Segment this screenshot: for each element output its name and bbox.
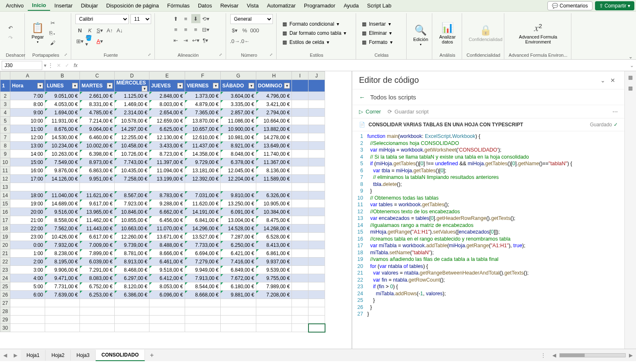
cell[interactable]: 2.848,00 € <box>149 92 185 100</box>
cell[interactable]: 7.287,00 € <box>221 233 256 241</box>
align-top-button[interactable]: ⬆ <box>171 14 181 23</box>
code-line-content[interactable]: if (fin > 0) { <box>367 283 398 290</box>
sheet-nav-next[interactable]: ▶ <box>10 352 21 358</box>
font-name-select[interactable]: Calibri <box>75 14 129 24</box>
cell[interactable]: 11.740,00 € <box>256 150 292 158</box>
cell[interactable]: 9.051,00 € <box>45 92 80 100</box>
decrease-font-button[interactable]: A↓ <box>115 26 124 35</box>
more-actions-button[interactable]: ⋯ <box>612 108 618 115</box>
filter-icon[interactable]: ▾ <box>72 83 78 89</box>
cell[interactable]: 10.663,00 € <box>115 224 149 233</box>
cell[interactable] <box>149 307 185 316</box>
col-header-E[interactable]: E <box>149 72 185 80</box>
row-header-30[interactable]: 30 <box>0 324 10 332</box>
align-launcher[interactable]: ⤢ <box>219 53 222 57</box>
cell[interactable]: 13.181,00 € <box>185 166 221 175</box>
sheet-nav-prev[interactable]: ◀ <box>0 352 10 358</box>
merge-button[interactable]: ⊟▾ <box>201 25 210 34</box>
cell[interactable]: 9:00 <box>10 108 45 117</box>
cell[interactable]: 9.729,00 € <box>185 158 221 166</box>
cell[interactable]: 7.743,00 € <box>115 158 149 166</box>
sheet-tab-consolidado[interactable]: CONSOLIDADO <box>96 350 145 361</box>
cell[interactable]: 7.672,00 € <box>221 274 256 282</box>
cell[interactable]: 10.846,00 € <box>115 208 149 216</box>
filter-icon[interactable]: ▾ <box>213 83 219 89</box>
cell[interactable]: 2.857,00 € <box>221 108 256 117</box>
cancel-formula-button[interactable]: ✕ <box>55 63 63 68</box>
cell[interactable]: 8.913,00 € <box>115 258 149 266</box>
cell[interactable] <box>221 299 256 307</box>
row-header-15[interactable]: 15 <box>0 200 10 208</box>
col-header-F[interactable]: F <box>185 72 221 80</box>
cell[interactable]: 8.136,00 € <box>256 166 292 175</box>
cell[interactable]: 6.849,00 € <box>221 266 256 274</box>
copy-button[interactable]: ⎘▾ <box>48 29 57 38</box>
code-line-content[interactable]: miTabla.setName("tablaN"); <box>367 249 434 256</box>
cell[interactable]: 11:00 <box>10 125 45 133</box>
borders-button[interactable]: ⊞▾ <box>75 36 84 46</box>
col-header-D[interactable]: D <box>115 72 149 80</box>
row-header-20[interactable]: 20 <box>0 241 10 249</box>
wrap-text-button[interactable]: ↩▾ <box>191 36 200 45</box>
cell[interactable] <box>256 299 292 307</box>
cell[interactable]: 9.739,00 € <box>115 241 149 249</box>
cell[interactable]: 16:00 <box>10 166 45 175</box>
conditional-format-button[interactable]: ▦Formato condicional ▾ <box>281 20 348 28</box>
decrease-decimal-button[interactable]: .0← <box>240 36 249 46</box>
align-center-button[interactable]: ≡ <box>181 25 190 34</box>
row-header-9[interactable]: 9 <box>0 150 10 158</box>
cell[interactable]: 12.045,00 € <box>221 166 256 175</box>
cell[interactable]: 13.649,00 € <box>256 142 292 150</box>
insert-cells-button[interactable]: ▦Insertar ▾ <box>360 20 394 28</box>
cell[interactable]: 3.335,00 € <box>221 100 256 108</box>
increase-indent-button[interactable]: ⇥ <box>181 36 190 45</box>
cell[interactable]: 10.435,00 € <box>115 166 149 175</box>
code-line-content[interactable]: // eliminamos la tablaN limpiando result… <box>367 174 499 181</box>
cell[interactable]: 7.562,00 € <box>45 224 80 233</box>
cell[interactable] <box>45 307 80 316</box>
expand-formula-button[interactable]: ⌄ <box>628 63 636 68</box>
cell[interactable]: 6.461,00 € <box>149 258 185 266</box>
analyze-data-button[interactable]: 📊 Analizar datos <box>436 20 458 46</box>
cell[interactable] <box>221 324 256 332</box>
hscroll-track[interactable] <box>559 353 626 357</box>
filter-icon[interactable]: ▾ <box>107 83 113 89</box>
cell[interactable] <box>149 324 185 332</box>
cell[interactable]: 7.731,00 € <box>45 282 80 291</box>
align-right-button[interactable]: ≡ <box>191 25 200 34</box>
cell[interactable]: 9.064,00 € <box>80 125 115 133</box>
table-header-cell[interactable]: Hora▾ <box>10 80 45 92</box>
row-header-28[interactable]: 28 <box>0 307 10 316</box>
cell[interactable]: 8.331,00 € <box>80 100 115 108</box>
cell[interactable]: 9.518,00 € <box>149 266 185 274</box>
cell[interactable]: 10.900,00 € <box>221 125 256 133</box>
row-header-22[interactable]: 22 <box>0 258 10 266</box>
cell[interactable] <box>185 307 221 316</box>
cell[interactable]: 8.723,00 € <box>149 150 185 158</box>
cell[interactable]: 10.855,00 € <box>115 216 149 224</box>
code-line-content[interactable]: var miTabla = workbook.addTable(miHoja.g… <box>367 242 525 249</box>
cell[interactable]: 13:00 <box>10 142 45 150</box>
sheet-options[interactable]: ⋮ <box>537 352 549 358</box>
cell[interactable]: 8.053,00 € <box>149 282 185 291</box>
cell[interactable]: 6.694,00 € <box>185 249 221 258</box>
enter-formula-button[interactable]: ✓ <box>63 63 71 68</box>
add-sheet-button[interactable]: + <box>145 352 159 359</box>
cell[interactable]: 4.053,00 € <box>45 100 80 108</box>
row-header-11[interactable]: 11 <box>0 166 10 175</box>
cell[interactable]: 6.386,00 € <box>115 291 149 299</box>
cell[interactable]: 10.458,00 € <box>115 142 149 150</box>
cell[interactable]: 2.314,00 € <box>115 108 149 117</box>
cell[interactable]: 5:00 <box>10 282 45 291</box>
code-line-content[interactable]: miTabla.addRows(-1, valores); <box>367 290 446 297</box>
cell[interactable]: 10.905,00 € <box>256 200 292 208</box>
cell[interactable]: 6.625,00 € <box>149 125 185 133</box>
cell[interactable]: 8.003,00 € <box>149 100 185 108</box>
table-header-cell[interactable]: VIERNES▾ <box>185 80 221 92</box>
name-box[interactable] <box>2 61 42 70</box>
cell[interactable] <box>185 183 221 191</box>
cell[interactable] <box>292 324 308 332</box>
cell[interactable]: 6.861,00 € <box>256 249 292 258</box>
format-painter-button[interactable]: 🖌 <box>48 39 57 48</box>
row-header-24[interactable]: 24 <box>0 274 10 282</box>
